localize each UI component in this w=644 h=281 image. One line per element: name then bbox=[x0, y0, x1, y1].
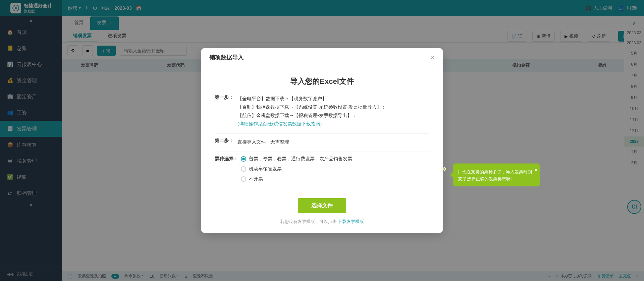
modal-overlay: 销项数据导入 × 导入您的Excel文件 第一步： 【全电平台】数据下载→【税务… bbox=[0, 0, 644, 281]
divider1 bbox=[215, 133, 429, 134]
modal-title: 销项数据导入 bbox=[209, 54, 244, 61]
radio1-row[interactable]: 普票，专票，卷票，通行费发票，农产品销售发票 bbox=[241, 156, 352, 162]
modal-body: 导入您的Excel文件 第一步： 【全电平台】数据下载→【税务数字账户】； 【百… bbox=[201, 67, 443, 233]
step1-line1: 【全电平台】数据下载→【税务数字账户】； bbox=[237, 95, 386, 103]
radio1-circle[interactable] bbox=[241, 156, 246, 162]
modal-close-btn[interactable]: × bbox=[431, 54, 435, 61]
step1-line2: 【百旺】税控盘数据下载→【系统设置-系统参数设置-发票批量导入】； bbox=[237, 103, 386, 111]
radio3-label: 不开票 bbox=[249, 176, 263, 182]
radio-group: 普票，专票，卷票，通行费发票，农产品销售发票 机动车销售发票 bbox=[241, 156, 352, 186]
radio1-label: 普票，专票，卷票，通行费发票，农产品销售发票 bbox=[249, 156, 352, 162]
step1-line3: 【航信】金税盘数据下载→【报税管理-发票数据导出】； bbox=[237, 111, 386, 120]
modal-dialog: 销项数据导入 × 导入您的Excel文件 第一步： 【全电平台】数据下载→【税务… bbox=[201, 48, 443, 233]
tooltip-bubble: × | 现在支持的票种多了，导入发票时别忘了选择正确的发票类型呀! bbox=[453, 163, 540, 186]
step2-content: 直接导入文件，无需整理 bbox=[237, 138, 289, 146]
tooltip-close-btn[interactable]: × bbox=[535, 166, 537, 173]
divider2 bbox=[215, 152, 429, 152]
modal-subtitle: 导入您的Excel文件 bbox=[215, 76, 429, 87]
radio2-label: 机动车销售发票 bbox=[249, 166, 282, 172]
radio2-circle[interactable] bbox=[241, 166, 246, 172]
tooltip-text: 现在支持的票种多了，导入发票时别忘了选择正确的发票类型呀! bbox=[458, 169, 532, 181]
select-file-btn[interactable]: 选择文件 bbox=[298, 198, 346, 213]
ticket-label: 票种选择： bbox=[215, 156, 238, 190]
step1-label: 第一步： bbox=[215, 95, 235, 128]
download-template-link[interactable]: 下载发票模版 bbox=[338, 219, 364, 224]
step2-label: 第二步： bbox=[215, 138, 235, 146]
radio1-dot bbox=[242, 158, 245, 160]
footer-text: 若您没有发票模版，可以点击 bbox=[280, 219, 337, 224]
step1-link[interactable]: (详细操作见百旺/航信发票数据下载指南) bbox=[237, 121, 322, 126]
radio3-row[interactable]: 不开票 bbox=[241, 176, 352, 182]
modal-header: 销项数据导入 × bbox=[201, 48, 443, 67]
ticket-row: 票种选择： 普票，专票，卷票，通行费发票，农产品销售发票 机动车销售发票 bbox=[215, 156, 429, 190]
radio2-row[interactable]: 机动车销售发票 bbox=[241, 166, 352, 172]
step1-row: 第一步： 【全电平台】数据下载→【税务数字账户】； 【百旺】税控盘数据下载→【系… bbox=[215, 95, 429, 128]
modal-footer: 若您没有发票模版，可以点击 下载发票模版 bbox=[215, 219, 429, 225]
radio3-circle[interactable] bbox=[241, 176, 246, 182]
select-file-area: 选择文件 bbox=[215, 198, 429, 213]
step1-content: 【全电平台】数据下载→【税务数字账户】； 【百旺】税控盘数据下载→【系统设置-系… bbox=[237, 95, 386, 128]
step2-row: 第二步： 直接导入文件，无需整理 bbox=[215, 138, 429, 146]
